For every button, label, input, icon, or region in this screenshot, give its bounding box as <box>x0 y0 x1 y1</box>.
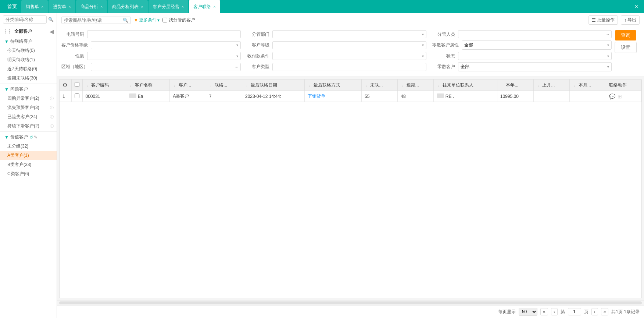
bulk-op-btn[interactable]: ☰ 批量操作 <box>588 15 618 25</box>
dept-select[interactable]: ▾ <box>272 30 426 38</box>
cust-level-input[interactable] <box>275 43 422 48</box>
export-btn[interactable]: ↑ 导出 <box>621 15 640 25</box>
nav-tab-customer-layer[interactable]: 客户分层经营 × <box>149 0 188 13</box>
sidebar-item-ungroup[interactable]: 未分组(32) <box>0 142 57 151</box>
filter-search-wrap: 🔍 <box>61 17 131 24</box>
sidebar-item-overdue[interactable]: 逾期未联络(30) <box>0 74 57 83</box>
sidebar-item-a-class[interactable]: A类客户(1) <box>0 151 57 160</box>
close-tab-analysis[interactable]: × <box>100 0 103 13</box>
sidebar-group-pending[interactable]: ▼ 待联络客户 <box>0 37 57 46</box>
phone-input[interactable] <box>87 30 241 38</box>
cust-type-input-field[interactable] <box>275 64 423 70</box>
sidebar-search-input[interactable] <box>3 15 47 24</box>
sidebar-search-icon[interactable]: 🔍 <box>48 17 54 22</box>
person-input-field[interactable] <box>461 32 605 37</box>
nav-home[interactable]: 首页 <box>3 0 21 13</box>
sidebar-item-churn-warning[interactable]: 流失预警客户(3) ⓘ <box>0 103 57 112</box>
content-area: 🔍 ▼ 更多条件 ▾ 我分管的客户 ☰ 批量操作 ↑ 导出 <box>57 13 644 318</box>
next-page-btn[interactable]: › <box>591 308 598 315</box>
filter-field-dept: 分管部门 ▾ <box>247 30 426 38</box>
sidebar-item-repurchase-abnormal[interactable]: 回购异常客户(2) ⓘ <box>0 94 57 103</box>
nav-tab-analysis-list[interactable]: 商品分析列表 × <box>108 0 147 13</box>
page-input[interactable] <box>568 308 581 315</box>
edit-icon[interactable]: ✎ <box>34 135 37 140</box>
cell-last-date: 2023-04-12 14:44: <box>242 91 305 102</box>
status-select[interactable]: ▾ <box>458 52 612 60</box>
row-checkbox[interactable] <box>75 93 79 98</box>
query-btn[interactable]: 查询 <box>615 30 636 40</box>
person-dots[interactable]: ··· <box>605 32 609 37</box>
sidebar-item-today[interactable]: 今天待联络(0) <box>0 46 57 55</box>
nature-input[interactable] <box>90 53 236 59</box>
price-level-input[interactable] <box>93 43 236 48</box>
sidebar-group-problem[interactable]: ▼ 问题客户 <box>0 85 57 94</box>
settings-gear-icon[interactable]: ⚙ <box>62 82 67 88</box>
th-this-year: ⋮ 本年... <box>497 80 533 91</box>
sidebar-all-customers[interactable]: ⋮⋮ 全部客户 ◀ <box>0 26 57 37</box>
filter-field-price-level: 客户价格等级 ▾ <box>61 41 241 49</box>
h-scrollbar[interactable] <box>59 301 642 304</box>
th-checkbox <box>71 80 82 91</box>
nav-tab-customer-contact[interactable]: 客户联络 × <box>189 0 220 13</box>
retail-cust-select[interactable]: 全部 ▾ <box>458 62 612 71</box>
set-btn[interactable]: 设置 <box>615 42 637 53</box>
grid-action-icon[interactable]: ⊞ <box>618 93 622 99</box>
page-label: 第 <box>561 309 565 315</box>
last-method-link[interactable]: 下销货单 <box>308 93 325 99</box>
sidebar-item-c-class[interactable]: C类客户(6) <box>0 169 57 179</box>
th-overdue: ⋮ 逾期... <box>398 80 434 91</box>
cell-uncontacted: 55 <box>361 91 397 102</box>
refresh-icon[interactable]: ↺ <box>29 135 33 140</box>
my-customers-checkbox[interactable] <box>162 18 167 22</box>
window-close-btn[interactable]: × <box>632 3 641 10</box>
filter-search-icon[interactable]: 🔍 <box>123 18 128 23</box>
prev-page-btn[interactable]: ‹ <box>551 308 558 315</box>
close-tab-customer-layer[interactable]: × <box>182 0 184 13</box>
first-page-btn[interactable]: « <box>540 308 548 315</box>
sidebar-item-churned[interactable]: 已流失客户(24) ⓘ <box>0 112 57 121</box>
filter-search-input[interactable] <box>64 18 123 23</box>
page-of-label: 页 <box>584 309 588 315</box>
sidebar: 🔍 ⋮⋮ 全部客户 ◀ ▼ 待联络客户 今天待联络(0) 明天待联络(1) 近7… <box>0 13 57 318</box>
sidebar-item-b-class[interactable]: B类客户(33) <box>0 160 57 169</box>
cust-level-select[interactable]: ▾ <box>272 41 426 49</box>
cell-last-method: 下销货单 <box>305 91 362 102</box>
cust-type-input[interactable] <box>272 63 426 71</box>
select-all-checkbox[interactable] <box>75 82 79 87</box>
my-customers-check[interactable]: 我分管的客户 <box>162 17 195 23</box>
th-contact2: ⋮ 往来单位联系人 <box>434 80 497 91</box>
cell-this-year: 10995.00 <box>497 91 533 102</box>
region-input[interactable] <box>93 64 235 70</box>
filter-more-btn[interactable]: ▼ 更多条件 ▾ <box>134 17 160 23</box>
sidebar-item-declining[interactable]: 持续下滑客户(2) ⓘ <box>0 121 57 131</box>
dept-input-field[interactable] <box>275 32 422 37</box>
status-input[interactable] <box>461 53 607 59</box>
close-tab-analysis-list[interactable]: × <box>141 0 143 13</box>
th-actions: 联络动作 <box>606 80 641 91</box>
region-dots[interactable]: ··· <box>235 64 238 70</box>
payment-select[interactable]: ▾ <box>272 52 426 60</box>
retail-attr-arrow: ▾ <box>607 43 609 47</box>
per-page-select[interactable]: 50 100 200 <box>519 308 537 316</box>
nav-tab-sales[interactable]: 销售单 × <box>21 0 48 13</box>
sidebar-collapse-btn[interactable]: ◀ <box>50 29 54 35</box>
sidebar-item-tomorrow[interactable]: 明天待联络(1) <box>0 55 57 64</box>
phone-input-field[interactable] <box>90 32 238 37</box>
last-page-btn[interactable]: » <box>601 308 609 315</box>
sidebar-group-value[interactable]: ▼ 价值客户 ↺ ✎ <box>0 132 57 142</box>
retail-attr-select[interactable]: 全部 ▾ <box>462 40 612 50</box>
nav-tab-analysis[interactable]: 商品分析 × <box>76 0 107 13</box>
nav-tab-purchase[interactable]: 进货单 × <box>49 0 75 13</box>
close-tab-customer-contact[interactable]: × <box>213 0 215 13</box>
payment-input[interactable] <box>275 53 422 59</box>
close-tab-sales[interactable]: × <box>41 0 43 13</box>
person-select[interactable]: ··· <box>458 30 612 38</box>
nature-select[interactable]: ▾ <box>87 52 241 60</box>
close-tab-purchase[interactable]: × <box>68 0 71 13</box>
region-select[interactable]: ··· <box>91 63 241 71</box>
main-layout: 🔍 ⋮⋮ 全部客户 ◀ ▼ 待联络客户 今天待联络(0) 明天待联络(1) 近7… <box>0 13 644 318</box>
chat-action-icon[interactable]: 💬 <box>609 93 615 99</box>
price-level-select[interactable]: ▾ <box>91 41 241 49</box>
sidebar-item-7days[interactable]: 近7天待联络(0) <box>0 64 57 74</box>
status-arrow: ▾ <box>607 54 609 58</box>
